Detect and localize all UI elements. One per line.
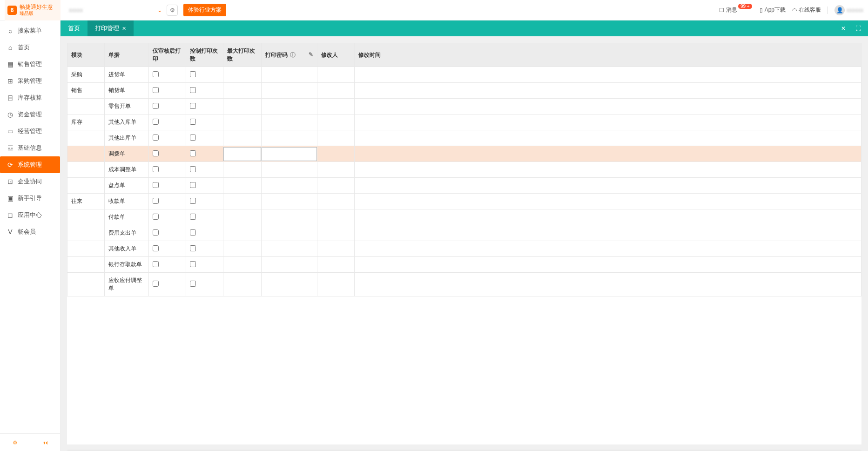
password-input[interactable] xyxy=(262,147,317,161)
messages-link[interactable]: ☐ 消息 99 + xyxy=(719,6,753,14)
sidebar-icon: V xyxy=(7,228,14,236)
cell-audit-only xyxy=(149,99,186,114)
sidebar-item-label: 应用中心 xyxy=(18,211,42,219)
audit-only-checkbox[interactable] xyxy=(153,71,159,77)
table-row: 调拨单 xyxy=(67,146,861,162)
control-count-checkbox[interactable] xyxy=(190,166,196,172)
cell-audit-only xyxy=(149,273,186,296)
sidebar-icon: ⌸ xyxy=(7,94,14,101)
phone-icon: ▯ xyxy=(760,7,763,13)
cell-modify-time xyxy=(355,241,861,257)
audit-only-checkbox[interactable] xyxy=(153,245,159,251)
sidebar-item-label: 经营管理 xyxy=(18,127,42,135)
control-count-checkbox[interactable] xyxy=(190,103,196,109)
audit-only-checkbox[interactable] xyxy=(153,87,159,93)
control-count-checkbox[interactable] xyxy=(190,119,196,125)
cell-max-count xyxy=(223,67,262,83)
cell-audit-only xyxy=(149,257,186,273)
sidebar-item-label: 销售管理 xyxy=(18,60,42,68)
cell-modifier xyxy=(317,67,355,83)
audit-only-checkbox[interactable] xyxy=(153,214,159,220)
sidebar-collapse-icon[interactable]: ⏮ xyxy=(42,439,48,446)
control-count-checkbox[interactable] xyxy=(190,135,196,141)
cell-modifier xyxy=(317,178,355,194)
cell-audit-only xyxy=(149,241,186,257)
content: 模块 单据 仅审核后打印 控制打印次数 最大打印次数 打印密码 ⓘ ✎ xyxy=(61,36,868,451)
audit-only-checkbox[interactable] xyxy=(153,261,159,267)
sidebar-item-9[interactable]: ⊡企业协同 xyxy=(0,173,60,190)
sidebar-item-4[interactable]: ⌸库存核算 xyxy=(0,89,60,106)
audit-only-checkbox[interactable] xyxy=(153,198,159,204)
cell-max-count xyxy=(223,99,262,114)
org-selector[interactable]: xxxxx ⌄ xyxy=(69,7,162,13)
cell-password xyxy=(262,162,317,178)
sidebar-gear-icon[interactable]: ⚙ xyxy=(13,439,18,446)
audit-only-checkbox[interactable] xyxy=(153,182,159,188)
th-audit-only: 仅审核后打印 xyxy=(149,43,186,67)
control-count-checkbox[interactable] xyxy=(190,245,196,251)
cell-control-count xyxy=(186,273,223,296)
sidebar-item-1[interactable]: ⌂首页 xyxy=(0,39,60,56)
fullscreen-button[interactable]: ⛶ xyxy=(853,23,863,34)
cell-audit-only xyxy=(149,209,186,225)
cell-module xyxy=(67,241,105,257)
max-count-input[interactable] xyxy=(223,147,261,161)
cell-audit-only xyxy=(149,146,186,162)
sidebar-item-12[interactable]: V畅会员 xyxy=(0,223,60,240)
cell-control-count xyxy=(186,241,223,257)
tabbar-right: ✕ ⛶ xyxy=(838,23,868,34)
sidebar-item-6[interactable]: ▭经营管理 xyxy=(0,123,60,140)
cell-modifier xyxy=(317,257,355,273)
tab-home[interactable]: 首页 xyxy=(61,20,87,36)
control-count-checkbox[interactable] xyxy=(190,214,196,220)
sidebar-item-7[interactable]: ☲基础信息 xyxy=(0,140,60,156)
audit-only-checkbox[interactable] xyxy=(153,135,159,141)
trial-button[interactable]: 体验行业方案 xyxy=(183,4,226,16)
sidebar-item-3[interactable]: ⊞采购管理 xyxy=(0,73,60,89)
audit-only-checkbox[interactable] xyxy=(153,229,159,236)
cell-max-count xyxy=(223,130,262,146)
cell-modifier xyxy=(317,114,355,130)
audit-only-checkbox[interactable] xyxy=(153,103,159,109)
cell-module: 往来 xyxy=(67,194,105,209)
help-icon[interactable]: ⓘ xyxy=(290,52,296,58)
online-service-link[interactable]: ◠ 在线客服 xyxy=(792,6,821,14)
sidebar-item-5[interactable]: ◷资金管理 xyxy=(0,106,60,123)
cell-modifier xyxy=(317,99,355,114)
control-count-checkbox[interactable] xyxy=(190,229,196,236)
sidebar-item-10[interactable]: ▣新手引导 xyxy=(0,190,60,207)
tab-print-manage[interactable]: 打印管理 ✕ xyxy=(87,20,134,36)
settings-button[interactable]: ⚙ xyxy=(167,5,178,16)
control-count-checkbox[interactable] xyxy=(190,182,196,188)
cell-module xyxy=(67,130,105,146)
sidebar-item-8[interactable]: ⟳系统管理 xyxy=(0,156,60,173)
account-link[interactable]: 👤 xxxxxx xyxy=(834,5,863,15)
sidebar-item-2[interactable]: ▤销售管理 xyxy=(0,56,60,73)
control-count-checkbox[interactable] xyxy=(190,150,196,156)
brand-text: 畅捷通好生意 臻品版 xyxy=(20,4,53,15)
control-count-checkbox[interactable] xyxy=(190,71,196,77)
tab-close-all-button[interactable]: ✕ xyxy=(838,23,848,34)
sidebar-item-0[interactable]: ⌕搜索菜单 xyxy=(0,22,60,39)
close-icon[interactable]: ✕ xyxy=(122,26,126,32)
sidebar-icon: ▭ xyxy=(7,128,14,135)
audit-only-checkbox[interactable] xyxy=(153,281,159,287)
control-count-checkbox[interactable] xyxy=(190,198,196,204)
main: 首页 打印管理 ✕ ✕ ⛶ xyxy=(61,20,868,451)
audit-only-checkbox[interactable] xyxy=(153,166,159,172)
control-count-checkbox[interactable] xyxy=(190,87,196,93)
th-doc: 单据 xyxy=(105,43,149,67)
sidebar-icon: ☲ xyxy=(7,144,14,152)
control-count-checkbox[interactable] xyxy=(190,261,196,267)
cell-password xyxy=(262,146,317,162)
sidebar-icon: ⊡ xyxy=(7,178,14,185)
sidebar-item-11[interactable]: ◻应用中心 xyxy=(0,207,60,223)
table-row: 银行存取款单 xyxy=(67,257,861,273)
cell-max-count xyxy=(223,209,262,225)
app-download-link[interactable]: ▯ App下载 xyxy=(760,6,786,14)
audit-only-checkbox[interactable] xyxy=(153,119,159,125)
control-count-checkbox[interactable] xyxy=(190,281,196,287)
edit-icon[interactable]: ✎ xyxy=(309,51,313,58)
audit-only-checkbox[interactable] xyxy=(153,150,159,156)
sidebar: ⌕搜索菜单⌂首页▤销售管理⊞采购管理⌸库存核算◷资金管理▭经营管理☲基础信息⟳系… xyxy=(0,20,61,451)
